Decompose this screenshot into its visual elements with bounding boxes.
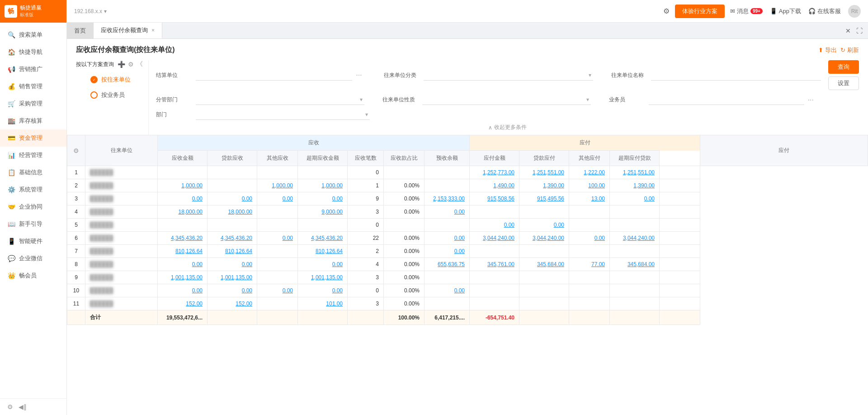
sidebar-item-quick-nav[interactable]: 🏠 快捷导航 (0, 43, 66, 61)
query-button[interactable]: 查询 (828, 60, 859, 74)
finance-icon: 💳 (7, 134, 15, 142)
sidebar-item-inventory[interactable]: 🏬 库存核算 (0, 112, 66, 129)
row-ar_overdue: 1,001,135.00 (298, 271, 348, 284)
sidebar-item-label: 智能硬件 (19, 237, 42, 245)
operations-icon: 📊 (7, 152, 15, 159)
total-ar-amount: 19,553,472,6... (158, 310, 208, 325)
sidebar-item-enterprise[interactable]: 🤝 企业协同 (0, 198, 66, 215)
breadcrumb-dropdown-icon[interactable]: ▾ (104, 8, 107, 14)
header-settings-icon[interactable]: ⚙ (663, 7, 670, 15)
sidebar-item-sales[interactable]: 💰 销售管理 (0, 78, 66, 95)
row-ap_loan: 1,390.00 (519, 179, 569, 192)
sidebar-collapse-btn[interactable]: ◀‖ (19, 403, 27, 410)
page-title: 应收应付余额查询(按往来单位) (76, 45, 175, 55)
unit-category-select[interactable]: ▾ (424, 70, 594, 81)
sidebar-logo: 畅 畅捷通赢 标准版 (0, 0, 66, 23)
sub-item-label: 按往来单位 (101, 76, 131, 84)
tab-close-icon[interactable]: × (151, 27, 155, 33)
row-ar_overdue: 101.00 (298, 297, 348, 310)
row-ar_prepaid: 0.00 (425, 284, 470, 297)
sub-item-by-salesman[interactable]: 按业务员 (83, 87, 143, 103)
dept-select[interactable]: ▾ (196, 110, 370, 120)
row-ap_overdue: 1,251,551.00 (610, 166, 660, 179)
online-service-btn[interactable]: 🎧 在线客服 (808, 7, 841, 15)
sub-items: ✓ 按往来单位 按业务员 (76, 72, 143, 103)
sidebar-item-search-menu[interactable]: 🔍 搜索菜单 (0, 26, 66, 43)
sub-item-by-unit[interactable]: ✓ 按往来单位 (83, 72, 143, 87)
row-ap_loan: 1,251,551.00 (519, 166, 569, 179)
sidebar-item-vip[interactable]: 👑 畅会员 (0, 267, 66, 284)
dept-manager-select[interactable]: ▾ (196, 95, 364, 105)
message-icon: ✉ (730, 8, 735, 14)
sidebar-item-basic[interactable]: 📋 基础信息 (0, 164, 66, 181)
row-ap_cont (660, 179, 700, 192)
add-scheme-btn[interactable]: ➕ (118, 61, 125, 68)
sidebar-item-operations[interactable]: 📊 经营管理 (0, 147, 66, 164)
table-row: 7██████810,126.64810,126.64810,126.6420.… (67, 245, 868, 258)
sidebar-item-marketing[interactable]: 📢 营销推广 (0, 61, 66, 78)
edit-scheme-btn[interactable]: ⚙ (128, 61, 134, 68)
row-ar_count: 0 (348, 219, 384, 232)
sidebar-item-guide[interactable]: 📖 新手引导 (0, 215, 66, 233)
refresh-btn[interactable]: ↻ 刷新 (840, 46, 859, 54)
sidebar-item-finance[interactable]: 💳 资金管理 (0, 129, 66, 147)
salesman-label: 业务员 (609, 96, 645, 104)
settlement-unit-input[interactable] (196, 70, 352, 81)
row-ar_ratio: 0.00% (384, 232, 425, 245)
settlement-unit-label: 结算单位 (156, 72, 192, 79)
tab-ar-ap[interactable]: 应收应付余额查询 × (94, 23, 162, 38)
row-num: 2 (67, 179, 85, 192)
sidebar-item-hardware[interactable]: 📱 智能硬件 (0, 233, 66, 250)
salesman-more[interactable]: ··· (808, 96, 814, 104)
setting-button[interactable]: 设置 (828, 76, 859, 90)
row-num: 11 (67, 297, 85, 310)
row-ar_prepaid (425, 179, 470, 192)
data-table: ⚙ 往来单位 应收 应付 应付 应收金额 (67, 135, 868, 325)
row-ap_amount: 345,761.00 (470, 258, 519, 271)
row-ar_other (257, 166, 298, 179)
total-ar-loan (208, 310, 257, 325)
row-ar_count: 3 (348, 205, 384, 219)
row-ar_loan: 0.00 (208, 258, 257, 271)
filter-label: 按以下方案查询 ➕ ⚙ 《 (76, 60, 143, 68)
tab-home[interactable]: 首页 (67, 23, 94, 38)
row-ap_amount: 1,490.00 (470, 179, 519, 192)
table-row: 9██████1,001,135.001,001,135.001,001,135… (67, 271, 868, 284)
top-header: 192.168.x.x ▾ ⚙ 体验行业方案 ✉ 消息 99+ 📱 App下载 … (67, 0, 868, 23)
row-ar_other (257, 205, 298, 219)
row-ap_loan: 345,684.00 (519, 258, 569, 271)
filter-collapse-btn[interactable]: ∧ 收起更多条件 (156, 122, 859, 135)
sidebar-item-wechat[interactable]: 💬 企业微信 (0, 250, 66, 267)
unit-name-input[interactable] (651, 70, 821, 81)
row-ar_overdue: 9,000.00 (298, 205, 348, 219)
settlement-unit-more[interactable]: ··· (356, 71, 362, 79)
table-row: 1██████01,252,773.001,251,551.001,222.00… (67, 166, 868, 179)
message-btn[interactable]: ✉ 消息 99+ (730, 7, 763, 15)
promo-button[interactable]: 体验行业方案 (675, 5, 725, 18)
user-avatar-btn[interactable]: Rit (848, 5, 861, 18)
table-settings-icon[interactable]: ⚙ (73, 147, 79, 154)
tab-expand-btn[interactable]: ⛶ (854, 25, 864, 36)
breadcrumb-ip: 192.168.x.x (74, 8, 102, 14)
sidebar-item-purchase[interactable]: 🛒 采购管理 (0, 95, 66, 112)
table-row: 8██████0.000.000.0040.00%655,636.75345,7… (67, 258, 868, 271)
unit-nature-select[interactable]: ▾ (422, 95, 591, 105)
back-btn[interactable]: 《 (137, 60, 143, 68)
row-ar_prepaid (425, 166, 470, 179)
unit-name-label: 往来单位名称 (611, 72, 647, 79)
guide-icon: 📖 (7, 220, 15, 228)
row-ar_loan: 152.00 (208, 297, 257, 310)
sidebar-settings-btn[interactable]: ⚙ (7, 403, 13, 410)
row-num: 4 (67, 205, 85, 219)
salesman-input[interactable] (649, 95, 804, 105)
sidebar-item-system[interactable]: ⚙️ 系统管理 (0, 181, 66, 198)
logo-subtitle: 标准版 (20, 12, 42, 18)
row-ap_other (569, 284, 610, 297)
row-ar_ratio: 0.00% (384, 271, 425, 284)
tab-close-all-btn[interactable]: ✕ (844, 25, 853, 36)
row-ap_overdue: 1,390.00 (610, 179, 660, 192)
app-download-btn[interactable]: 📱 App下载 (770, 7, 801, 15)
row-ap_other: 77.00 (569, 258, 610, 271)
sidebar-bottom: ⚙ ◀‖ (0, 398, 66, 415)
export-btn[interactable]: ⬆ 导出 (818, 46, 837, 54)
